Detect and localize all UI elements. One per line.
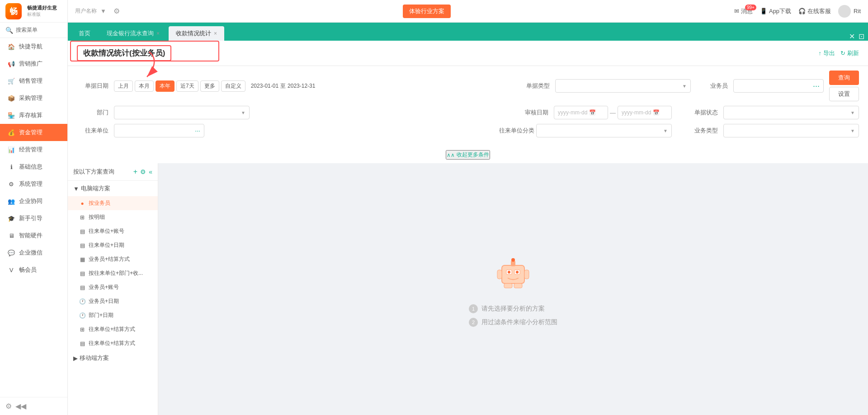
collab-label: 企业协同 — [19, 197, 42, 205]
partner-class-select[interactable]: ▼ — [536, 124, 672, 137]
sidebar-item-marketing[interactable]: 📢 营销推广 — [0, 55, 67, 72]
tab-collection-stats-close[interactable]: × — [214, 30, 217, 37]
export-label: 导出 — [823, 49, 835, 57]
marketing-label: 营销推广 — [19, 60, 42, 68]
collapse-button[interactable]: ∧∧ 收起更多条件 — [446, 150, 490, 160]
refresh-button[interactable]: ↻ 刷新 — [840, 49, 859, 57]
doc-type-label: 单据类型 — [518, 82, 550, 90]
scheme-item-dept-date[interactable]: 🕐 部门+日期 — [68, 308, 158, 322]
window-close-icon[interactable]: ✕ — [849, 32, 855, 41]
sidebar-item-member[interactable]: V 畅会员 — [0, 261, 67, 278]
partner-more-dots[interactable]: ··· — [195, 127, 200, 134]
review-date-end[interactable]: yyyy-mm-dd 📅 — [618, 106, 672, 119]
footer-settings-icon[interactable]: ⚙ — [5, 402, 12, 410]
scheme-item-partner-date[interactable]: ▤ 往来单位+日期 — [68, 238, 158, 252]
doc-type-select[interactable]: ▼ — [555, 79, 691, 93]
set-button[interactable]: 设置 — [829, 87, 859, 101]
sidebar-item-system[interactable]: ⚙ 系统管理 — [0, 175, 67, 193]
sidebar-item-sales[interactable]: 🛒 销售管理 — [0, 72, 67, 90]
online-service-button[interactable]: 🎧 在线客服 — [798, 7, 831, 15]
header-breadcrumb: 用户名称 — [75, 7, 97, 15]
scheme-item-by-detail[interactable]: ⊞ 按明细 — [68, 210, 158, 224]
trial-button[interactable]: 体验行业方案 — [403, 5, 451, 18]
scheme-collapse-button[interactable]: « — [149, 168, 152, 175]
scheme-item-partner-dept-collect[interactable]: ▤ 按往来单位+部门+收... — [68, 266, 158, 280]
tab-home-label: 首页 — [79, 29, 90, 38]
scheme-settings-button[interactable]: ⚙ — [140, 168, 146, 175]
user-info[interactable]: Rit — [838, 5, 861, 18]
sidebar-item-guide[interactable]: 🎓 新手引导 — [0, 210, 67, 227]
operation-label: 经营管理 — [19, 146, 42, 154]
date-btn-this-year[interactable]: 本年 — [156, 80, 175, 92]
scheme-item-partner-dept-collect-label: 按往来单位+部门+收... — [89, 269, 143, 277]
scheme-add-button[interactable]: + — [133, 168, 137, 176]
scheme-item-by-salesperson[interactable]: ● 按业务员 — [68, 196, 158, 210]
sidebar-item-inventory[interactable]: 🏪 库存核算 — [0, 107, 67, 124]
export-button[interactable]: ↑ 导出 — [819, 49, 835, 57]
scheme-item-salesperson-settle[interactable]: ▦ 业务员+结算方式 — [68, 252, 158, 266]
date-btn-7days[interactable]: 近7天 — [176, 80, 198, 92]
scheme-item-partner-settle2[interactable]: ▤ 往来单位+结算方式 — [68, 336, 158, 350]
tip-2-text: 用过滤条件来缩小分析范围 — [481, 318, 557, 326]
filter-row-date: 单据日期 上月 本月 本年 近7天 更多 自定义 2023-01-01 至 — [77, 71, 859, 101]
scheme-item-salesperson-settle-label: 业务员+结算方式 — [89, 255, 130, 263]
sidebar-item-purchase[interactable]: 📦 采购管理 — [0, 90, 67, 107]
quicknav-label: 快捷导航 — [19, 42, 42, 51]
desktop-section-label: 电脑端方案 — [81, 184, 110, 193]
dept-select[interactable]: ▼ — [114, 106, 250, 119]
date-btn-custom[interactable]: 自定义 — [221, 80, 245, 92]
sidebar-item-finance[interactable]: 💰 资金管理 — [0, 124, 67, 141]
desktop-section-header[interactable]: ▼ 电脑端方案 — [68, 181, 158, 196]
footer-collapse-icon[interactable]: ◀◀ — [15, 402, 26, 410]
sidebar-nav: 📢 营销推广 🛒 销售管理 📦 采购管理 🏪 库存核算 💰 资金管理 📊 — [0, 55, 67, 397]
tab-bar: 首页 现金银行流水查询 × 收款情况统计 × ✕ ⊡ — [68, 23, 868, 41]
notification-badge: 99+ — [745, 5, 756, 10]
tab-collection-stats[interactable]: 收款情况统计 × — [169, 26, 224, 41]
date-btn-last-month[interactable]: 上月 — [114, 80, 133, 92]
purchase-icon: 📦 — [7, 94, 15, 102]
scheme-panel-title: 按以下方案查询 — [73, 168, 114, 176]
robot-icon — [491, 252, 536, 297]
review-date-start[interactable]: yyyy-mm-dd 📅 — [554, 106, 608, 119]
partner-class-dropdown-icon: ▼ — [663, 128, 668, 133]
window-maximize-icon[interactable]: ⊡ — [859, 32, 864, 41]
sidebar-item-hardware[interactable]: 🖥 智能硬件 — [0, 227, 67, 244]
query-button[interactable]: 查询 — [829, 71, 859, 85]
breadcrumb-dropdown-icon[interactable]: ▼ — [100, 8, 106, 14]
scheme-item-partner-settle1[interactable]: ⊞ 往来单位+结算方式 — [68, 322, 158, 336]
tab-bank-flow[interactable]: 现金银行流水查询 × — [99, 26, 167, 41]
tab-bank-flow-label: 现金银行流水查询 — [107, 29, 154, 38]
scheme-item-salesperson-acct[interactable]: ▤ 业务员+账号 — [68, 280, 158, 294]
tab-bank-flow-close[interactable]: × — [156, 30, 160, 37]
date-btn-more[interactable]: 更多 — [200, 80, 219, 92]
marketing-icon: 📢 — [7, 60, 15, 68]
sidebar-footer: ⚙ ◀◀ — [0, 397, 67, 415]
empty-tips: 1 请先选择要分析的方案 2 用过滤条件来缩小分析范围 — [469, 304, 557, 327]
date-btn-this-month[interactable]: 本月 — [135, 80, 154, 92]
phone-icon: 📱 — [760, 8, 767, 14]
partner-input[interactable]: ··· — [114, 124, 204, 137]
tab-home[interactable]: 首页 — [71, 26, 98, 41]
header-settings-icon[interactable]: ⚙ — [113, 7, 120, 15]
sidebar-item-collab[interactable]: 👥 企业协同 — [0, 193, 67, 210]
sidebar-item-wechat[interactable]: 💬 企业微信 — [0, 244, 67, 261]
sidebar-item-basic[interactable]: ℹ 基础信息 — [0, 158, 67, 175]
scheme-item-partner-account[interactable]: ▤ 往来单位+账号 — [68, 224, 158, 238]
search-menu[interactable]: 🔍 搜索菜单 — [0, 23, 67, 38]
mobile-section-arrow: ▶ — [73, 355, 78, 362]
app-download-button[interactable]: 📱 App下载 — [760, 7, 791, 15]
scheme-item-salesperson-date[interactable]: 🕐 业务员+日期 — [68, 294, 158, 308]
mobile-section-header[interactable]: ▶ 移动端方案 — [68, 350, 158, 366]
salesperson-select[interactable]: ··· — [733, 79, 824, 93]
notifications-button[interactable]: ✉ 消息 99+ — [734, 7, 753, 15]
content-body: 按以下方案查询 + ⚙ « ▼ 电脑端方案 — [68, 163, 868, 415]
sidebar-item-quicknav[interactable]: 🏠 快捷导航 — [0, 38, 67, 55]
sidebar-item-operation[interactable]: 📊 经营管理 — [0, 141, 67, 158]
mobile-scheme-section: ▶ 移动端方案 — [68, 350, 158, 366]
top-header: 用户名称 ▼ ⚙ 体验行业方案 ✉ 消息 99+ 📱 App下载 🎧 在线客服 — [68, 0, 868, 23]
review-date-input[interactable]: yyyy-mm-dd 📅 — yyyy-mm-dd 📅 — [554, 106, 672, 119]
finance-label: 资金管理 — [19, 128, 42, 137]
biz-type-select[interactable]: ▼ — [723, 124, 859, 137]
doc-status-select[interactable]: ▼ — [723, 106, 859, 119]
scheme-item-salesperson-acct-label: 业务员+账号 — [89, 283, 119, 291]
